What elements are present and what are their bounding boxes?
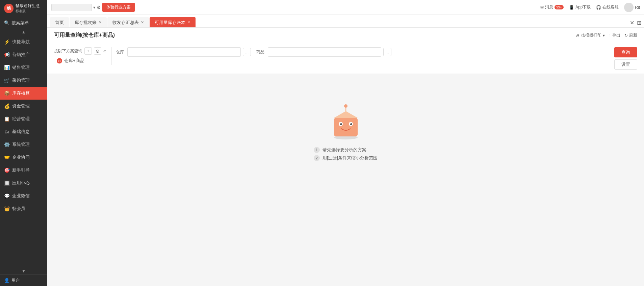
scheme-panel: 按以下方案查询 + ⊙ « ⊙ 仓库+商品: [54, 47, 112, 65]
empty-hint-1: 1 请先选择要分析的方案: [314, 147, 378, 153]
empty-hint-2: 2 用[过滤]条件来缩小分析范围: [314, 155, 378, 161]
goods-input[interactable]: [268, 47, 381, 57]
page-header-actions: 🖨 按模板打印 ▾ ↑ 导出 ↻ 刷新: [576, 32, 637, 38]
sidebar-item-sales[interactable]: 📊 销售管理: [0, 61, 47, 74]
user-icon: 👤: [4, 278, 9, 283]
tab-home[interactable]: 首页: [50, 17, 69, 27]
online-service-button[interactable]: 🎧 在线客服: [596, 4, 619, 10]
topbar-gear-icon[interactable]: ⚙: [97, 5, 101, 10]
warehouse-label: 仓库: [116, 49, 125, 55]
page-content: 可用量查询(按仓库+商品) 🖨 按模板打印 ▾ ↑ 导出 ↻ 刷新: [47, 28, 644, 286]
query-button[interactable]: 查询: [614, 47, 637, 57]
topbar-dropdown-icon[interactable]: ▾: [93, 5, 95, 10]
logo-text-group: 畅康通好生意 标准版: [16, 3, 40, 14]
sidebar-bottom[interactable]: 👤 用户: [0, 275, 47, 286]
app-download-button[interactable]: 📱 App下载: [569, 4, 591, 10]
enterprise-icon: 🤝: [4, 155, 9, 160]
sidebar-item-apps[interactable]: 🔲 应用中心: [0, 177, 47, 189]
wechat-icon: 💬: [4, 193, 9, 199]
settings-scheme-button[interactable]: ⊙: [94, 47, 101, 55]
svg-point-7: [350, 123, 352, 125]
sales-icon: 📊: [4, 65, 9, 70]
tab-batch-label: 库存批次账: [75, 20, 97, 26]
hint-num-2: 2: [314, 155, 320, 161]
sidebar-item-label: 营销推广: [12, 52, 30, 58]
topbar-search-input[interactable]: [51, 4, 92, 11]
tab-receipt-close[interactable]: ✕: [141, 20, 144, 25]
sidebar-item-label: 基础信息: [12, 129, 30, 135]
user-menu[interactable]: Rit: [624, 3, 640, 12]
search-menu-item[interactable]: 🔍 搜索菜单: [0, 17, 47, 29]
print-template-label: 按模板打印: [581, 32, 601, 38]
tab-receipt-summary[interactable]: 收发存汇总表 ✕: [107, 17, 149, 27]
scheme-item-warehouse-goods[interactable]: ⊙ 仓库+商品: [54, 57, 106, 65]
tab-available-close[interactable]: ✕: [187, 20, 190, 25]
logo-icon: 畅: [4, 4, 14, 13]
trial-industry-button[interactable]: 体验行业方案: [102, 3, 135, 12]
scroll-down-button[interactable]: ▼: [0, 268, 47, 275]
sidebar-item-base[interactable]: 🗂 基础信息: [0, 125, 47, 138]
sidebar-item-purchase[interactable]: 🛒 采购管理: [0, 74, 47, 87]
close-window-icon[interactable]: ✕: [630, 20, 634, 26]
scheme-label: 按以下方案查询: [54, 48, 82, 54]
system-icon: ⚙️: [4, 142, 9, 147]
goods-more-button[interactable]: …: [383, 48, 391, 56]
topbar-right: ✉ 消息 99+ 📱 App下载 🎧 在线客服 Rit: [540, 3, 640, 12]
sidebar-item-marketing[interactable]: 📢 营销推广: [0, 48, 47, 61]
goods-label: 商品: [256, 49, 266, 55]
sidebar-item-enterprise[interactable]: 🤝 企业协同: [0, 151, 47, 164]
svg-marker-2: [334, 111, 358, 118]
marketing-icon: 📢: [4, 52, 9, 57]
search-icon: 🔍: [4, 20, 9, 25]
maximize-icon[interactable]: ⊞: [637, 20, 641, 26]
sidebar-item-label: 销售管理: [12, 64, 30, 71]
sidebar-item-label: 库存核算: [12, 90, 30, 96]
export-label: 导出: [612, 32, 620, 38]
print-template-button[interactable]: 🖨 按模板打印 ▾: [576, 32, 605, 38]
export-button[interactable]: ↑ 导出: [609, 32, 620, 38]
sidebar-item-label: 企业微信: [12, 193, 30, 199]
purchase-icon: 🛒: [4, 78, 9, 83]
hint-num-1: 1: [314, 147, 320, 153]
message-badge: 99+: [555, 5, 564, 9]
sidebar-item-finance[interactable]: 💰 资金管理: [0, 100, 47, 112]
tab-receipt-label: 收发存汇总表: [112, 20, 139, 26]
sidebar-item-system[interactable]: ⚙️ 系统管理: [0, 138, 47, 151]
sidebar-item-newbie[interactable]: 🎯 新手引导: [0, 164, 47, 177]
warehouse-more-button[interactable]: …: [243, 48, 251, 56]
hint-text-1: 请先选择要分析的方案: [323, 147, 366, 153]
settings-button[interactable]: 设置: [614, 59, 637, 70]
hint-text-2: 用[过滤]条件来缩小分析范围: [323, 155, 378, 161]
add-scheme-button[interactable]: +: [84, 47, 92, 55]
sidebar-item-operations[interactable]: 📋 经营管理: [0, 112, 47, 125]
tab-batch-ledger[interactable]: 库存批次账 ✕: [70, 17, 107, 27]
app-name: 畅康通好生意: [16, 3, 40, 9]
empty-hints: 1 请先选择要分析的方案 2 用[过滤]条件来缩小分析范围: [314, 147, 378, 161]
sidebar-item-label: 应用中心: [12, 180, 30, 186]
refresh-icon: ↻: [624, 33, 628, 38]
tab-batch-close[interactable]: ✕: [99, 20, 102, 25]
username-label: Rit: [635, 5, 640, 10]
finance-icon: 💰: [4, 103, 9, 109]
scheme-header: 按以下方案查询 + ⊙ «: [54, 47, 106, 55]
main-area: ▾ ⚙ 体验行业方案 ✉ 消息 99+ 📱 App下载 🎧 在线客服 Rit: [47, 0, 644, 286]
newbie-icon: 🎯: [4, 167, 9, 173]
filter-actions: 查询 设置: [610, 47, 637, 70]
phone-icon: 📱: [569, 5, 574, 10]
collapse-icon[interactable]: «: [103, 48, 106, 54]
sidebar-item-inventory[interactable]: 📦 库存核算: [0, 87, 47, 100]
sidebar-item-quick-nav[interactable]: ⚡ 快捷导航: [0, 35, 47, 48]
sidebar-item-wechat[interactable]: 💬 企业微信: [0, 189, 47, 202]
sidebar-item-label: 采购管理: [12, 77, 30, 83]
message-button[interactable]: ✉ 消息 99+: [540, 4, 564, 10]
sidebar-item-label: 快捷导航: [12, 39, 30, 45]
sidebar-nav: ⚡ 快捷导航 📢 营销推广 📊 销售管理 🛒 采购管理 📦 库存核算 💰 资金管…: [0, 35, 47, 268]
online-service-label: 在线客服: [602, 4, 619, 10]
sidebar-item-member[interactable]: 👑 畅会员: [0, 202, 47, 215]
print-icon: 🖨: [576, 33, 580, 38]
warehouse-input[interactable]: [127, 47, 241, 57]
scroll-up-button[interactable]: ▲: [0, 29, 47, 35]
refresh-button[interactable]: ↻ 刷新: [624, 32, 637, 38]
tab-available-ledger[interactable]: 可用量库存账本 ✕: [150, 17, 196, 27]
tab-available-label: 可用量库存账本: [155, 20, 185, 26]
